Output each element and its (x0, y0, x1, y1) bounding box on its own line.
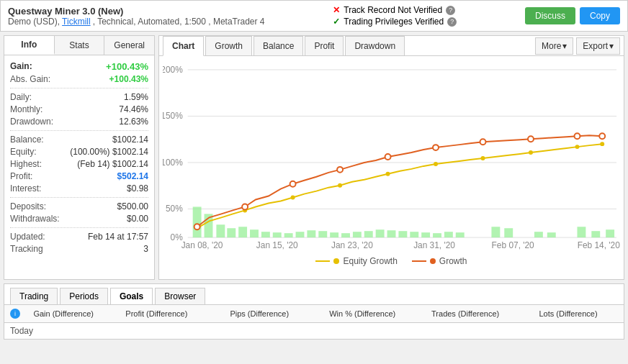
equity-pct: (100.00%) (70, 147, 109, 157)
svg-rect-19 (227, 228, 236, 237)
svg-text:Jan 15, '20: Jan 15, '20 (256, 240, 298, 250)
trading-privileges-row: ✓ Trading Privileges Verified ? (333, 17, 457, 27)
svg-point-63 (480, 139, 486, 145)
svg-rect-18 (216, 224, 225, 237)
table-info-icon[interactable]: i (10, 309, 20, 319)
legend-equity: Equity Growth (315, 256, 397, 266)
balance-label: Balance: (10, 135, 44, 145)
svg-point-50 (338, 183, 342, 188)
svg-point-53 (481, 156, 485, 160)
svg-rect-45 (591, 231, 600, 237)
profit-value: $502.14 (117, 171, 148, 181)
chart-tab-profit[interactable]: Profit (305, 36, 344, 55)
tab-stats[interactable]: Stats (55, 36, 105, 55)
chart-tab-balance[interactable]: Balance (254, 36, 303, 55)
svg-rect-33 (387, 230, 396, 237)
page-title: Questway Miner 3.0 (New) (8, 6, 265, 17)
interest-value: $0.98 (127, 183, 148, 194)
svg-rect-30 (353, 232, 362, 237)
tracking-label: Tracking (10, 244, 43, 254)
more-button[interactable]: More ▾ (535, 37, 573, 55)
deposits-row: Deposits: $500.00 (10, 201, 148, 211)
today-row: Today (4, 323, 624, 339)
svg-rect-37 (433, 233, 441, 237)
divider-2 (10, 130, 148, 131)
svg-rect-34 (398, 231, 407, 237)
abs-gain-label: Abs. Gain: (10, 74, 50, 84)
svg-rect-39 (456, 232, 465, 237)
left-tabs-bar: Info Stats General (4, 36, 154, 55)
profit-row: Profit: $502.14 (10, 171, 148, 181)
gain-value: +100.43% (106, 61, 148, 72)
bottom-section: Trading Periods Goals Browser i Gain (Di… (4, 283, 624, 340)
svg-text:100%: 100% (163, 158, 183, 168)
svg-text:200%: 200% (163, 65, 183, 75)
discuss-button[interactable]: Discuss (525, 7, 575, 24)
export-chevron-icon: ▾ (609, 41, 614, 51)
equity-line-icon (315, 260, 330, 262)
svg-rect-16 (193, 206, 202, 237)
svg-rect-31 (364, 231, 373, 237)
bottom-tab-goals[interactable]: Goals (110, 288, 153, 304)
profit-label: Profit: (10, 171, 32, 181)
drawdown-row: Drawdown: 12.63% (10, 117, 148, 127)
growth-line-icon (412, 260, 426, 262)
svg-point-60 (337, 167, 343, 173)
col-gain: Gain (Difference) (24, 309, 103, 318)
growth-dot-icon (430, 258, 436, 264)
tab-info[interactable]: Info (4, 36, 55, 55)
balance-row: Balance: $1002.14 (10, 135, 148, 145)
svg-point-49 (291, 196, 295, 200)
highest-amount: $1002.14 (112, 159, 148, 169)
svg-rect-21 (250, 229, 259, 237)
more-chevron-icon: ▾ (562, 41, 567, 51)
copy-button[interactable]: Copy (580, 7, 620, 24)
subtitle-prefix: Demo (USD), (8, 17, 60, 27)
bottom-tab-periods[interactable]: Periods (60, 288, 108, 304)
divider-3 (10, 197, 148, 198)
verification-status: ✕ Track Record Not Verified ? ✓ Trading … (333, 5, 457, 27)
highest-label: Highest: (10, 159, 42, 169)
col-lots: Lots (Difference) (519, 309, 618, 318)
svg-rect-24 (284, 233, 293, 237)
svg-rect-29 (341, 233, 350, 237)
svg-point-64 (528, 136, 534, 142)
export-button[interactable]: Export ▾ (576, 37, 620, 55)
svg-rect-22 (261, 232, 270, 237)
svg-rect-20 (238, 227, 247, 237)
svg-rect-26 (307, 230, 315, 237)
svg-point-56 (600, 142, 604, 146)
growth-legend-label: Growth (439, 256, 467, 266)
daily-row: Daily: 1.59% (10, 92, 148, 102)
withdrawals-row: Withdrawals: $0.00 (10, 214, 148, 224)
trading-privileges-label: Trading Privileges Verified (344, 17, 444, 27)
equity-amount: $1002.14 (112, 147, 148, 157)
col-pips: Pips (Difference) (210, 309, 309, 318)
bottom-tab-browser[interactable]: Browser (155, 288, 205, 304)
svg-text:Jan 31, '20: Jan 31, '20 (413, 240, 455, 250)
svg-rect-32 (376, 229, 385, 237)
bottom-table-header: i Gain (Difference) Profit (Difference) … (4, 305, 624, 323)
svg-rect-44 (577, 227, 586, 237)
track-record-info-icon[interactable]: ? (446, 6, 455, 15)
svg-rect-46 (606, 229, 614, 237)
bottom-tab-trading[interactable]: Trading (10, 288, 58, 304)
tab-general[interactable]: General (104, 36, 154, 55)
drawdown-label: Drawdown: (10, 117, 53, 127)
svg-rect-36 (421, 232, 430, 237)
daily-label: Daily: (10, 92, 32, 102)
svg-point-54 (529, 150, 533, 155)
withdrawals-value: $0.00 (127, 214, 148, 224)
interest-row: Interest: $0.98 (10, 183, 148, 194)
svg-text:50%: 50% (166, 204, 183, 214)
chart-tab-chart[interactable]: Chart (163, 36, 204, 56)
trading-privileges-info-icon[interactable]: ? (447, 17, 457, 27)
info-content: Gain: +100.43% Abs. Gain: +100.43% Daily… (4, 55, 154, 262)
chart-tab-growth[interactable]: Growth (205, 36, 252, 55)
svg-rect-23 (273, 232, 282, 237)
updated-label: Updated: (10, 232, 45, 242)
chart-tab-drawdown[interactable]: Drawdown (345, 36, 405, 55)
svg-point-51 (386, 172, 390, 176)
tickmill-link[interactable]: Tickmill (62, 17, 91, 27)
monthly-label: Monthly: (10, 104, 42, 114)
